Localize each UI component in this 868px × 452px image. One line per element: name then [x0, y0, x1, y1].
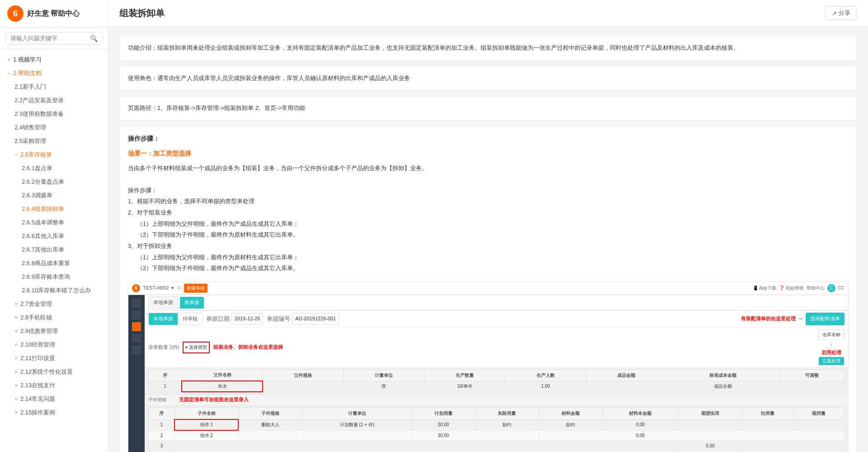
- sidebar-item-system[interactable]: + 2.12系统个性化设置: [0, 365, 108, 379]
- step1: 1、根据不同的业务，选择不同单据的类型来处理: [128, 196, 849, 207]
- ss-ltd-name: 组件 1: [175, 419, 238, 430]
- search-button[interactable]: 🔍: [90, 35, 98, 42]
- ss-lower-table: 序 子件名称 子件规格 计量单位 计划用量 实际用量 材料金额: [148, 408, 844, 452]
- ss-td-seq: 1: [149, 381, 182, 392]
- ss-tab-new[interactable]: 新单据: [180, 297, 204, 309]
- ss-ltd-spec: [238, 430, 302, 441]
- ss-process-btn[interactable]: 立案处理: [819, 357, 844, 365]
- sidebar-item-mobile[interactable]: + 2.8手机旺铺: [0, 311, 108, 324]
- sidebar-item-inv261[interactable]: 2.6.1盘点单: [0, 162, 108, 175]
- sidebar-item-sales[interactable]: 2.4销售管理: [0, 121, 108, 134]
- ss-callout1-btn[interactable]: 选择配料清单: [806, 313, 844, 325]
- sidebar-item-faq[interactable]: + 2.14常见问题: [0, 392, 108, 406]
- path-text: 页面路径：1、库存核算->库存管理->组装拆卸单 2、首页->常用功能: [128, 103, 849, 114]
- expand-icon: +: [14, 369, 18, 375]
- sidebar-item-newbie[interactable]: 2.1新手入门: [0, 80, 108, 94]
- ss-upper-tbody: 1 米水 双 10/单件 1.00 成品合额: [149, 381, 844, 392]
- collapse-icon: −: [7, 70, 10, 76]
- sidebar-item-print[interactable]: + 2.11打印设置: [0, 352, 108, 365]
- ss-ltd-rest2: [742, 441, 844, 452]
- ss-lower-label: 子件明细 无固定清单可在组批在这里录入: [145, 394, 848, 406]
- table-row: 30.00: [149, 441, 844, 452]
- table-row: 1 米水 双 10/单件 1.00 成品合额: [149, 381, 844, 392]
- sidebar-item-docs[interactable]: − 2.帮助文档: [0, 67, 108, 80]
- ss-ltd-actual: 如约: [475, 419, 539, 430]
- ss-tab-local[interactable]: 本地单据: [148, 296, 178, 309]
- ss-avatar: C: [827, 284, 835, 292]
- sidebar-item-purchase[interactable]: 2.5采购管理: [0, 134, 108, 148]
- search-input[interactable]: [5, 32, 103, 44]
- sidebar-item-inv265[interactable]: 2.6.5成本调整单: [0, 216, 108, 229]
- ss-company: TEST-H002: [143, 284, 169, 293]
- sidebar-item-finance[interactable]: + 2.7资金管理: [0, 297, 108, 311]
- ss-callout4: 无固定清单可在组批在这里录入: [179, 395, 249, 404]
- ss-logo: 6: [132, 284, 140, 292]
- sidebar-item-inv267[interactable]: 2.6.7其他出库单: [0, 243, 108, 257]
- step3-2: （2）下部明细为子件明细，最终作为产成品生成其它入库单。: [128, 263, 849, 274]
- ss-callout3-field: 仓库名称: [818, 329, 844, 340]
- ss-topbar: 6 TEST-H002 ▾ ⚙ 新建单据 📱 App下载 ❓ 初始帮助 帮助中心…: [128, 282, 848, 295]
- sidebar-item-label: 2.7资金管理: [20, 300, 52, 308]
- sidebar-item-label: 2.6.2分量盘点单: [22, 178, 64, 186]
- sidebar-item-inv263[interactable]: 2.6.3调拨单: [0, 189, 108, 202]
- sidebar-item-label: 2.8手机旺铺: [20, 314, 52, 322]
- step3-1: （1）上部明细为父件明细，最终作为原材料生成其它出库单；: [128, 252, 849, 263]
- sidebar-item-inv268[interactable]: 2.6.8商品成本重算: [0, 257, 108, 270]
- sidebar-item-operation[interactable]: + 2.10经营管理: [0, 338, 108, 352]
- ss-lth-spec: 子件规格: [238, 408, 302, 420]
- sidebar-item-install[interactable]: 2.2产品安装及登录: [0, 94, 108, 107]
- ss-td-adj: [779, 381, 844, 392]
- sidebar-item-label: 2.13在线支付: [20, 381, 55, 390]
- sidebar-item-video[interactable]: + 1.视频学习: [0, 53, 108, 67]
- sidebar: 6 好生意 帮助中心 🔍 + 1.视频学习 − 2.帮助文档 2.1新手入门 2…: [0, 0, 108, 452]
- table-row: 2 组件 2 30.00 0.00: [149, 430, 844, 441]
- sidebar-item-inventory[interactable]: − 2.6库存核算: [0, 148, 108, 162]
- ss-ltd-unit: 计划数量 (1 + 件): [302, 419, 411, 430]
- ss-td-qty: 10/单件: [424, 381, 505, 392]
- sidebar-item-payment[interactable]: + 2.13在线支付: [0, 379, 108, 392]
- sidebar-item-inv2610[interactable]: 2.6.10库存账本错了怎么办: [0, 284, 108, 297]
- ss-upper-table: 序 父件名称 父件规格 计量单位 生产数量 生产入数 成品金额 标准成本金额: [148, 369, 844, 392]
- sidebar-item-label: 2.帮助文档: [13, 69, 42, 77]
- sidebar-item-inv264[interactable]: 2.6.4组装拆卸单: [0, 202, 108, 216]
- ss-type-btn-local[interactable]: 本地单据: [149, 313, 178, 325]
- ss-username: CC: [838, 284, 844, 292]
- ss-body: 本地单据 新单据 本地单据 待审核: [128, 295, 848, 452]
- ss-arrow-down: ↓: [830, 340, 833, 348]
- step3: 3、对于拆卸业务: [128, 241, 849, 252]
- ss-th-parent-name: 父件名称: [182, 370, 263, 381]
- ss-nav-tabs: 本地单据 新单据: [145, 295, 848, 311]
- share-button[interactable]: ↗ 分享: [825, 6, 857, 20]
- sidebar-item-prepare[interactable]: 2.3使用前数据准备: [0, 107, 108, 121]
- sidebar-item-label: 2.6.1盘点单: [22, 164, 52, 172]
- ss-type-btn-pending[interactable]: 待审核: [178, 313, 202, 325]
- sidebar-item-cases[interactable]: + 2.15操作案例: [0, 406, 108, 419]
- ss-lower-table-wrapper: 序 子件名称 子件规格 计量单位 计划用量 实际用量 材料金额: [145, 406, 848, 452]
- ss-lth-name: 子件名称: [175, 408, 238, 420]
- ss-fields-row1: 本地单据 待审核 单据日期 2019-12-26 单据编号: [145, 311, 848, 328]
- ss-th-produce-qty: 生产数量: [424, 370, 505, 381]
- ss-callout3-area: 仓库名称 ↓ 启用处理 立案处理: [818, 329, 844, 366]
- search-box[interactable]: 🔍: [0, 28, 108, 49]
- scene-desc: 当由多个子件材料组装成一个成品的业务为【组装】业务，当由一个父件拆分成多个子产品…: [128, 163, 849, 174]
- main-content: 组装拆卸单 ↗ 分享 功能介绍：组装拆卸单用来处理企业组装或拆卸等加工业务，支持…: [108, 0, 868, 452]
- ss-app-store: 📱 App下载: [753, 284, 776, 292]
- ss-ltd-unit: [302, 430, 411, 441]
- operations-block: 操作步骤： 场景一：加工类型选择 当由多个子件材料组装成一个成品的业务为【组装】…: [119, 126, 857, 452]
- ss-th-std-cost: 标准成本金额: [667, 370, 779, 381]
- expand-icon: +: [14, 314, 18, 321]
- screenshot-img: 6 TEST-H002 ▾ ⚙ 新建单据 📱 App下载 ❓ 初始帮助 帮助中心…: [128, 282, 848, 452]
- ss-content-area: 本地单据 新单据 本地单据 待审核: [145, 295, 848, 452]
- ss-th-seq: 序: [149, 370, 182, 381]
- sidebar-item-label: 2.6.3调拨单: [22, 191, 52, 200]
- ss-lower-header-row: 序 子件名称 子件规格 计量单位 计划用量 实际用量 材料金额: [149, 408, 844, 420]
- ss-type-select[interactable]: ▾ 选择类型: [183, 342, 210, 353]
- expand-icon: +: [14, 409, 18, 416]
- sidebar-item-inv266[interactable]: 2.6.6其他入库单: [0, 229, 108, 243]
- ss-help-center: 帮助中心: [807, 284, 825, 292]
- sidebar-item-inv262[interactable]: 2.6.2分量盘点单: [0, 175, 108, 189]
- sidebar-item-coupon[interactable]: + 2.9优惠券管理: [0, 324, 108, 338]
- ss-ltd-actual: [475, 430, 539, 441]
- sidebar-item-inv269[interactable]: 2.6.9库存账本查询: [0, 270, 108, 284]
- ss-th-adj: 可调整: [779, 370, 844, 381]
